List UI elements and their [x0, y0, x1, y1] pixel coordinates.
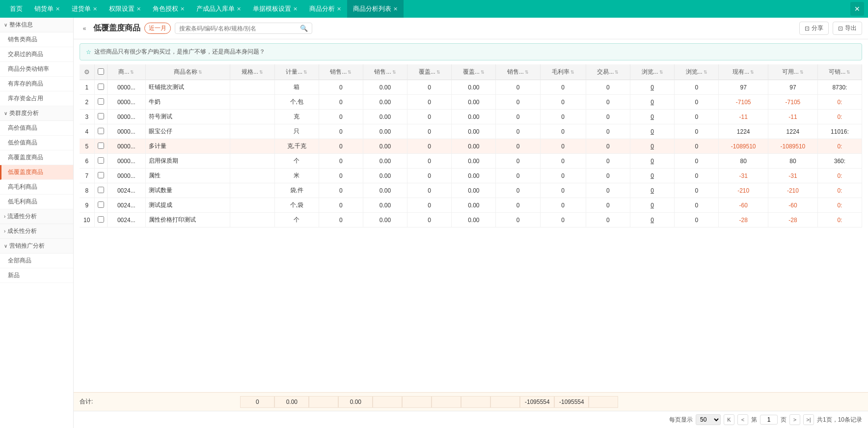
content-area: « 低覆盖度商品 近一月 🔍 ⊡ 分享 ⊡ 导出 ☆ [74, 18, 868, 428]
per-page-select[interactable]: 50 20 100 200 [696, 414, 721, 425]
close-template-icon[interactable]: ✕ [293, 6, 298, 12]
settings-icon[interactable]: ⚙ [84, 68, 90, 76]
cell-cover2: 0.00 [452, 124, 496, 139]
cell-browse1[interactable]: 0 [630, 154, 674, 169]
row-checkbox[interactable] [98, 216, 104, 223]
cell-browse1[interactable]: 0 [630, 198, 674, 213]
cell-checkbox [94, 110, 107, 124]
cell-sales-amt: 0.00 [363, 80, 407, 95]
col-cover1: 覆盖...⇅ [407, 64, 452, 80]
cell-browse1[interactable]: 0 [630, 139, 674, 154]
cell-browse1[interactable]: 0 [630, 213, 674, 228]
sidebar-section-marketing[interactable]: ∨ 营销推广分析 [0, 239, 73, 254]
cell-stock-saleable: 0: [817, 95, 862, 110]
cell-cover1: 0 [407, 124, 452, 139]
search-input[interactable] [179, 25, 300, 32]
row-checkbox[interactable] [98, 143, 104, 149]
row-checkbox[interactable] [98, 98, 104, 105]
sidebar-item-low-value[interactable]: 低价值商品 [0, 136, 73, 150]
sidebar-item-stock-goods[interactable]: 有库存的商品 [0, 77, 73, 91]
row-checkbox[interactable] [98, 84, 104, 90]
row-checkbox[interactable] [98, 187, 104, 193]
collapse-button[interactable]: « [80, 24, 89, 33]
close-goods-list-icon[interactable]: ✕ [393, 6, 398, 12]
sidebar-item-high-coverage[interactable]: 高覆盖度商品 [0, 150, 73, 165]
cell-browse1[interactable]: 0 [630, 95, 674, 110]
prev-page-button[interactable]: < [737, 414, 748, 425]
nav-item-goods-analysis-list[interactable]: 商品分析列表 ✕ [347, 0, 404, 18]
share-button[interactable]: ⊡ 分享 [799, 22, 829, 35]
select-all-checkbox[interactable] [98, 68, 104, 75]
cell-browse1[interactable]: 0 [630, 169, 674, 183]
sidebar-section-circulation[interactable]: › 流通性分析 [0, 209, 73, 224]
close-sales-icon[interactable]: ✕ [55, 6, 60, 12]
cell-sales3: 0 [496, 80, 540, 95]
close-product-entry-icon[interactable]: ✕ [237, 6, 241, 12]
sort-code-icon: ⇅ [130, 70, 134, 75]
close-role-icon[interactable]: ✕ [180, 6, 185, 12]
cell-trade: 0 [586, 110, 630, 124]
table-row: 20000...牛奶个,包00.0000.0000000-7105-71050: [80, 95, 862, 110]
nav-item-goods-analysis[interactable]: 商品分析 ✕ [303, 0, 347, 18]
nav-item-template[interactable]: 单据模板设置 ✕ [247, 0, 303, 18]
window-close-button[interactable]: ✕ [850, 2, 864, 16]
nav-item-role[interactable]: 角色授权 ✕ [147, 0, 190, 18]
nav-item-permission[interactable]: 权限设置 ✕ [103, 0, 147, 18]
first-page-button[interactable]: K [724, 414, 734, 425]
sidebar-item-category-rate[interactable]: 商品分类动销率 [0, 62, 73, 77]
sidebar-section-cluster[interactable]: ∨ 类群度分析 [0, 106, 73, 121]
cell-browse1[interactable]: 0 [630, 124, 674, 139]
nav-item-product-entry[interactable]: 产成品入库单 ✕ [190, 0, 247, 18]
cell-spec [230, 169, 274, 183]
cell-browse1[interactable]: 0 [630, 80, 674, 95]
cell-sales-amt: 0.00 [363, 110, 407, 124]
info-icon: ☆ [86, 49, 91, 56]
cell-sales-qty: 0 [319, 183, 363, 198]
sidebar-item-new-goods[interactable]: 新品 [0, 268, 73, 283]
export-button[interactable]: ⊡ 导出 [833, 22, 862, 35]
time-filter-button[interactable]: 近一月 [144, 23, 171, 34]
row-checkbox[interactable] [98, 201, 104, 208]
sidebar-item-high-value[interactable]: 高价值商品 [0, 121, 73, 136]
nav-item-home[interactable]: 首页 [4, 0, 28, 18]
sidebar-item-all-goods[interactable]: 全部商品 [0, 254, 73, 268]
summary-sales-amt: 0.00 [274, 396, 309, 408]
cell-trade: 0 [586, 169, 630, 183]
cell-sales-amt: 0.00 [363, 213, 407, 228]
close-goods-analysis-icon[interactable]: ✕ [337, 6, 341, 12]
table-row: 60000...启用保质期个00.0000.00000008080360: [80, 154, 862, 169]
cell-unit: 克 [274, 110, 319, 124]
nav-item-sales[interactable]: 销货单 ✕ [28, 0, 66, 18]
close-purchase-icon[interactable]: ✕ [93, 6, 97, 12]
summary-cover2: 0.00 [338, 396, 373, 408]
row-checkbox[interactable] [98, 113, 104, 119]
sidebar-item-low-coverage[interactable]: 低覆盖度商品 [0, 165, 73, 180]
row-checkbox[interactable] [98, 157, 104, 164]
row-checkbox[interactable] [98, 128, 104, 134]
search-box: 🔍 [175, 23, 312, 34]
cell-stock-usable: -210 [768, 183, 818, 198]
sidebar-item-traded-goods[interactable]: 交易过的商品 [0, 47, 73, 62]
cell-checkbox [94, 95, 107, 110]
sidebar-item-low-margin[interactable]: 低毛利商品 [0, 195, 73, 209]
cell-browse1[interactable]: 0 [630, 110, 674, 124]
sidebar-item-sales-goods[interactable]: 销售类商品 [0, 32, 73, 47]
search-icon[interactable]: 🔍 [300, 25, 308, 32]
last-page-button[interactable]: >| [803, 414, 814, 425]
nav-item-purchase[interactable]: 进货单 ✕ [66, 0, 103, 18]
cell-sales3: 0 [496, 110, 540, 124]
next-page-button[interactable]: > [789, 414, 800, 425]
table-body: 10000...旺铺批次测试箱00.0000.000000097978730:2… [80, 80, 862, 228]
sidebar-section-growth[interactable]: › 成长性分析 [0, 224, 73, 239]
cell-stock-saleable: 8730: [817, 80, 862, 95]
cell-sales-qty: 0 [319, 198, 363, 213]
sidebar-section-overall[interactable]: ∨ 整体信息 [0, 18, 73, 32]
section-arrow-marketing: ∨ [4, 243, 7, 249]
row-checkbox[interactable] [98, 172, 104, 178]
cell-browse1[interactable]: 0 [630, 183, 674, 198]
sidebar-item-stock-funds[interactable]: 库存资金占用 [0, 91, 73, 106]
close-permission-icon[interactable]: ✕ [136, 6, 141, 12]
sidebar-item-high-margin[interactable]: 高毛利商品 [0, 180, 73, 195]
page-number-input[interactable] [760, 415, 778, 425]
cell-browse2: 0 [675, 213, 719, 228]
